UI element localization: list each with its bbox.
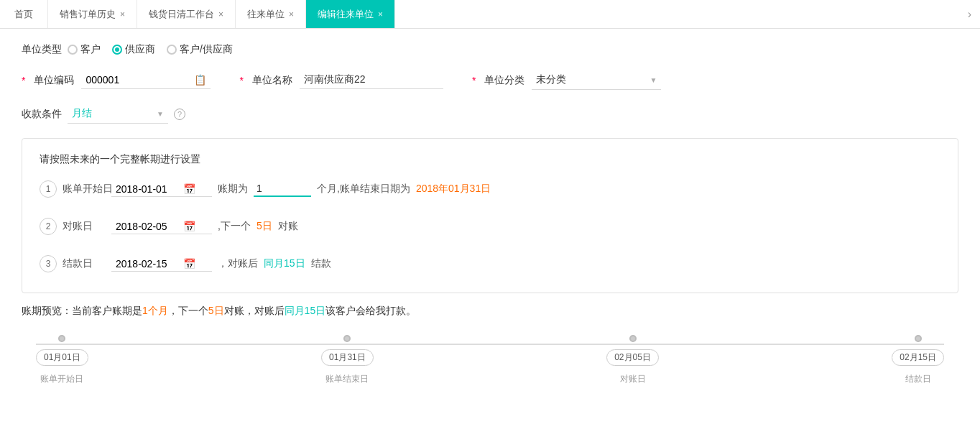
close-counterpart[interactable]: × xyxy=(289,9,294,19)
timeline-dot-2 xyxy=(629,335,637,342)
preview-text: 账期预览：当前客户账期是1个月，下一个5日对账，对账后同月15日该客户会给我打款… xyxy=(22,305,958,318)
payment-date-input[interactable] xyxy=(116,258,180,270)
timeline-badge-2: 02月05日 xyxy=(606,349,659,366)
settings-section: 请按照未来的一个完整帐期进行设置 1 账单开始日 📅 账期为 个月,账单结束日期… xyxy=(22,138,958,293)
radio-customer[interactable]: 客户 xyxy=(68,43,101,56)
preview-part1: 1个月 xyxy=(142,305,168,316)
tab-sales-history[interactable]: 销售订单历史 × xyxy=(48,0,137,28)
radio-both-label: 客户/供应商 xyxy=(180,43,233,56)
unit-type-label: 单位类型 xyxy=(22,43,62,56)
close-cash-work[interactable]: × xyxy=(218,9,223,19)
unit-code-input[interactable] xyxy=(85,74,191,86)
tab-bar: 首页 销售订单历史 × 钱货日清工作台 × 往来单位 × 编辑往来单位 × › xyxy=(0,0,980,29)
timeline-badge-1: 01月31日 xyxy=(321,349,374,366)
preview-part3: 同月15日 xyxy=(285,305,326,316)
tab-sales-history-label: 销售订单历史 xyxy=(60,8,116,21)
timeline-dot-0 xyxy=(58,335,65,342)
close-sales-history[interactable]: × xyxy=(120,9,125,19)
radio-both[interactable]: 客户/供应商 xyxy=(167,43,233,56)
payment-date-calendar-icon[interactable]: 📅 xyxy=(183,258,195,270)
payment-select[interactable]: 月结 ▼ xyxy=(68,104,168,124)
payment-date-suffix: 结款 xyxy=(311,257,331,270)
payment-value: 月结 xyxy=(72,107,154,120)
timeline-items: 01月01日 账单开始日 01月31日 账单结束日 02月05日 对账日 02月… xyxy=(36,335,944,385)
reconcile-date-row: 2 对账日 📅 ,下一个 5日 对账 xyxy=(40,218,940,235)
radio-supplier[interactable]: 供应商 xyxy=(112,43,155,56)
payment-date-input-group: 📅 xyxy=(111,257,212,272)
timeline-dot-3 xyxy=(915,335,922,342)
reconcile-prefix: ,下一个 xyxy=(218,220,251,233)
unit-name-star: * xyxy=(239,75,243,86)
close-edit-counterpart[interactable]: × xyxy=(378,9,383,19)
radio-both-circle xyxy=(167,45,177,55)
payment-date-label: 结款日 xyxy=(63,257,106,270)
tab-more-button[interactable]: › xyxy=(959,0,980,28)
reconcile-suffix: 对账 xyxy=(278,220,298,233)
unit-type-row: 单位类型 客户 供应商 客户/供应商 xyxy=(22,43,958,56)
preview-suffix: 该客户会给我打款。 xyxy=(325,305,416,316)
unit-code-label: 单位编码 xyxy=(34,74,74,87)
start-date-input-group: 📅 xyxy=(111,182,212,197)
timeline-label-2: 对账日 xyxy=(620,373,646,385)
timeline-badge-3: 02月15日 xyxy=(892,349,944,366)
start-date-calendar-icon[interactable]: 📅 xyxy=(183,183,195,195)
reconcile-date-input-group: 📅 xyxy=(111,219,212,234)
start-date-row: 1 账单开始日 📅 账期为 个月,账单结束日期为 2018年01月31日 xyxy=(40,180,940,198)
timeline-wrapper: 01月01日 账单开始日 01月31日 账单结束日 02月05日 对账日 02月… xyxy=(22,335,958,385)
unit-category-value: 未分类 xyxy=(536,73,647,86)
preview-mid2: 对账，对账后 xyxy=(224,305,285,316)
unit-category-label: 单位分类 xyxy=(484,74,524,87)
timeline-badge-0: 01月01日 xyxy=(36,349,88,366)
unit-name-input[interactable] xyxy=(300,71,443,89)
main-content: 单位类型 客户 供应商 客户/供应商 * 单位编码 📋 xyxy=(0,29,980,437)
unit-code-star: * xyxy=(22,75,25,86)
timeline-node-3: 02月15日 结款日 xyxy=(892,335,944,385)
reconcile-day-highlight: 5日 xyxy=(256,220,272,233)
tab-counterpart-label: 往来单位 xyxy=(247,8,285,21)
timeline-label-1: 账单结束日 xyxy=(325,373,369,385)
timeline-label-0: 账单开始日 xyxy=(40,373,83,385)
timeline-node-2: 02月05日 对账日 xyxy=(606,335,659,385)
row-num-3: 3 xyxy=(40,255,57,272)
tab-home[interactable]: 首页 xyxy=(0,0,48,28)
unit-code-group: * 单位编码 📋 xyxy=(22,71,211,89)
start-date-label: 账单开始日 xyxy=(63,183,106,196)
unit-code-input-wrapper: 📋 xyxy=(81,71,211,89)
unit-category-star: * xyxy=(472,75,476,86)
end-date-highlight: 2018年01月31日 xyxy=(416,183,491,196)
reconcile-date-calendar-icon[interactable]: 📅 xyxy=(183,221,195,232)
tab-counterpart[interactable]: 往来单位 × xyxy=(236,0,306,28)
start-date-input[interactable] xyxy=(116,183,180,195)
reconcile-date-input[interactable] xyxy=(116,221,180,232)
payment-day-highlight: 同月15日 xyxy=(264,257,305,270)
payment-date-row: 3 结款日 📅 ，对账后 同月15日 结款 xyxy=(40,255,940,272)
period-prefix: 账期为 xyxy=(218,183,248,196)
preview-part2: 5日 xyxy=(208,305,224,316)
unit-category-select[interactable]: 未分类 ▼ xyxy=(532,70,661,90)
unit-category-group: * 单位分类 未分类 ▼ xyxy=(472,70,661,90)
radio-customer-circle xyxy=(68,45,78,55)
radio-supplier-circle xyxy=(112,45,122,55)
period-suffix: 个月,账单结束日期为 xyxy=(317,183,410,196)
tab-cash-work[interactable]: 钱货日清工作台 × xyxy=(137,0,236,28)
preview-mid1: ，下一个 xyxy=(168,305,208,316)
unit-info-row: * 单位编码 📋 * 单位名称 * 单位分类 未分类 ▼ xyxy=(22,70,958,90)
unit-name-label: 单位名称 xyxy=(252,74,292,87)
row-num-1: 1 xyxy=(40,180,57,198)
payment-row: 收款条件 月结 ▼ ? xyxy=(22,104,958,124)
radio-customer-label: 客户 xyxy=(80,43,101,56)
payment-help-icon[interactable]: ? xyxy=(174,109,185,120)
timeline-label-3: 结款日 xyxy=(905,373,931,385)
payment-date-prefix: ，对账后 xyxy=(218,257,258,270)
payment-label: 收款条件 xyxy=(22,108,62,121)
tab-home-label: 首页 xyxy=(14,8,33,21)
tab-cash-work-label: 钱货日清工作台 xyxy=(149,8,214,21)
preview-prefix: 账期预览：当前客户账期是 xyxy=(22,305,142,316)
period-input[interactable] xyxy=(254,181,311,197)
reconcile-date-label: 对账日 xyxy=(63,220,106,233)
timeline-dot-1 xyxy=(343,335,351,342)
tab-edit-counterpart-label: 编辑往来单位 xyxy=(318,8,374,21)
tab-edit-counterpart[interactable]: 编辑往来单位 × xyxy=(306,0,395,28)
timeline-node-1: 01月31日 账单结束日 xyxy=(321,335,374,385)
section-title: 请按照未来的一个完整帐期进行设置 xyxy=(40,153,940,166)
